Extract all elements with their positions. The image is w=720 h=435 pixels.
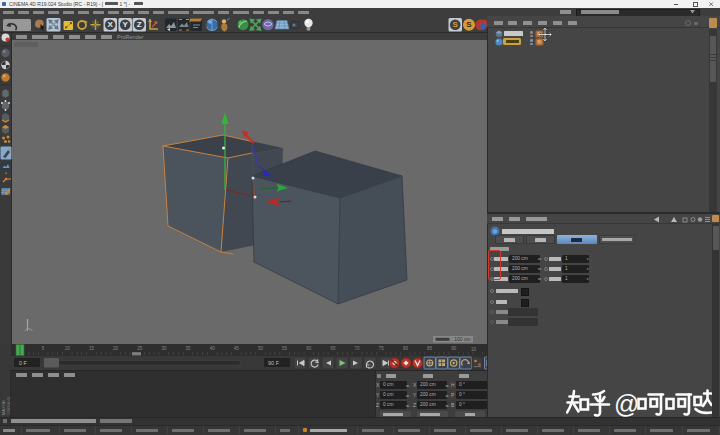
svg-text:25: 25 [137,346,143,351]
svg-text:65: 65 [330,346,336,351]
svg-text:CINEMA 4D: CINEMA 4D [7,396,11,415]
svg-text:80: 80 [403,346,409,351]
svg-text:50: 50 [258,346,264,351]
svg-text:40: 40 [210,346,216,351]
svg-text:Y: Y [123,20,129,29]
svg-text:10: 10 [65,346,71,351]
svg-text:S: S [466,20,472,29]
svg-text:90 F: 90 F [268,360,280,366]
svg-text:60: 60 [306,346,312,351]
svg-text:Z: Z [137,20,142,29]
svg-text:X: X [108,20,114,29]
svg-text:45: 45 [234,346,240,351]
svg-text:90: 90 [451,346,457,351]
svg-text:20: 20 [113,346,119,351]
svg-text:75: 75 [379,346,385,351]
svg-text:70: 70 [355,346,361,351]
svg-text:MAXON: MAXON [1,400,6,415]
svg-text:: 100 cm: : 100 cm [452,336,471,342]
svg-text:@: @ [614,390,639,418]
svg-text:15: 15 [89,346,95,351]
svg-text:55: 55 [282,346,288,351]
svg-text:S: S [453,20,459,29]
svg-text:85: 85 [427,346,433,351]
svg-text:0 F: 0 F [19,360,28,366]
svg-text:30: 30 [161,346,167,351]
svg-text:10: 10 [471,347,477,352]
svg-text:35: 35 [186,346,192,351]
